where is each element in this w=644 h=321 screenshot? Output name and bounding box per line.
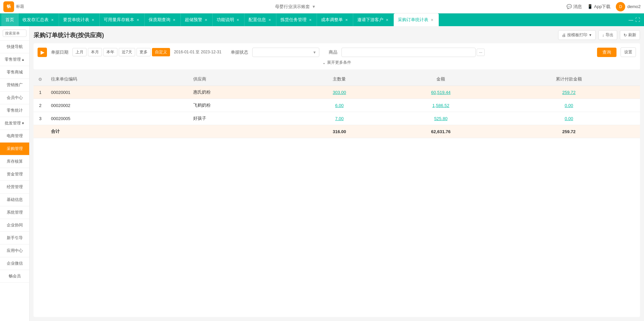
sidebar-item-label: 经营管理 bbox=[7, 184, 23, 190]
sidebar-item-ecommerce[interactable]: 电商管理 bbox=[0, 130, 29, 143]
data-table: ⚙ 往来单位编码 供应商 主数量 金额 累计付款金额 1 00020001 bbox=[34, 73, 640, 138]
tab-expiry-query[interactable]: 保质期查询 ✕ bbox=[145, 13, 181, 26]
tab-close-icon[interactable]: ✕ bbox=[91, 17, 95, 22]
nav-tabs: 首页 收发存汇总表 ✕ 要货单统计表 ✕ 可用量库存账本 ✕ 保质期查询 ✕ 超… bbox=[0, 13, 644, 26]
table-container: ⚙ 往来单位编码 供应商 主数量 金额 累计付款金额 1 00020001 bbox=[34, 73, 640, 317]
sidebar-item-finance[interactable]: 资金管理 bbox=[0, 168, 29, 181]
table-footer-row: 合计 316.00 62,631.76 259.72 bbox=[34, 125, 640, 138]
expand-more-row: ⌄ 展开更多条件 bbox=[38, 60, 636, 65]
tab-available-stock[interactable]: 可用量库存账本 ✕ bbox=[100, 13, 145, 26]
top-bar-right: 💬 消息 📱 App下载 D demo2 bbox=[567, 2, 641, 11]
tab-close-icon[interactable]: ✕ bbox=[235, 17, 240, 22]
filter-status-label: 单据状态 bbox=[231, 49, 248, 55]
filter-date-last-month[interactable]: 上月 bbox=[72, 48, 87, 56]
filter-date-label: 单据日期 bbox=[51, 49, 68, 55]
filter-date-7days[interactable]: 近7天 bbox=[119, 48, 135, 56]
sidebar-item-marketing[interactable]: 营销推广 bbox=[0, 79, 29, 92]
row-no: 1 bbox=[34, 86, 47, 99]
tab-home[interactable]: 首页 bbox=[1, 13, 18, 26]
sidebar-item-stock-check[interactable]: 库存核算 bbox=[0, 155, 29, 168]
expand-more-btn[interactable]: ⌄ 展开更多条件 bbox=[322, 60, 351, 65]
tab-close-icon[interactable]: ✕ bbox=[385, 17, 389, 22]
sidebar-item-shortcut-nav[interactable]: 快捷导航 bbox=[0, 41, 29, 53]
tab-close-icon[interactable]: ✕ bbox=[344, 17, 349, 22]
filter-status-select[interactable]: ▼ bbox=[252, 48, 319, 57]
footer-amount: 62,631.76 bbox=[384, 125, 498, 138]
row-no: 2 bbox=[34, 99, 47, 112]
sidebar-item-label: 会员中心 bbox=[7, 95, 23, 101]
table-body: 1 00020001 惠氏奶粉 303.00 60,519.44 259.72 … bbox=[34, 86, 640, 125]
workspace-dropdown-icon[interactable]: ▼ bbox=[312, 4, 316, 9]
row-qty: 303.00 bbox=[295, 86, 384, 99]
tab-invite-downstream[interactable]: 邀请下游客户 ✕ bbox=[353, 13, 394, 26]
sidebar-item-basic-info[interactable]: 基础信息 bbox=[0, 194, 29, 206]
filter-date-this-month[interactable]: 本月 bbox=[88, 48, 102, 56]
tab-label: 超储预警 bbox=[185, 17, 202, 23]
tab-label: 成本调整单 bbox=[321, 17, 343, 23]
col-supplier-header: 供应商 bbox=[189, 73, 295, 86]
sidebar-item-enterprise-wechat[interactable]: 企业微信 bbox=[0, 257, 29, 270]
tab-pick-task[interactable]: 拣货任务管理 ✕ bbox=[276, 13, 317, 26]
filter-expand-btn[interactable]: ▶ bbox=[38, 48, 47, 57]
export-button[interactable]: ↓ 导出 bbox=[598, 30, 617, 40]
tab-cost-adjust[interactable]: 成本调整单 ✕ bbox=[317, 13, 353, 26]
page-actions: 🖨 按模板打印 ▼ ↓ 导出 ↻ 刷新 bbox=[558, 30, 640, 40]
print-button[interactable]: 🖨 按模板打印 ▼ bbox=[558, 30, 596, 40]
workspace-selector[interactable]: 母婴行业演示账套 ▼ bbox=[275, 4, 316, 10]
tab-function-desc[interactable]: 功能说明 ✕ bbox=[213, 13, 245, 26]
row-qty: 7.00 bbox=[295, 112, 384, 125]
sidebar-item-retail-stats[interactable]: 零售统计 bbox=[0, 104, 29, 117]
table-row: 1 00020001 惠氏奶粉 303.00 60,519.44 259.72 bbox=[34, 86, 640, 99]
sidebar-item-new-guide[interactable]: 新手引导 bbox=[0, 232, 29, 245]
settings-icon[interactable]: ⚙ bbox=[38, 77, 42, 82]
tab-close-icon[interactable]: ✕ bbox=[50, 17, 55, 22]
tab-config-info[interactable]: 配置信息 ✕ bbox=[245, 13, 276, 26]
sidebar-item-label: 批发管理 bbox=[5, 120, 21, 126]
sidebar-item-app-center[interactable]: 应用中心 bbox=[0, 245, 29, 257]
tab-close-icon[interactable]: ✕ bbox=[430, 17, 434, 22]
app-download-btn[interactable]: 📱 App下载 bbox=[587, 4, 610, 10]
tab-purchase-stats[interactable]: 采购订单统计表 ✕ bbox=[394, 13, 439, 26]
sidebar-item-member-center[interactable]: 会员中心 bbox=[0, 92, 29, 104]
tab-close-icon[interactable]: ✕ bbox=[136, 17, 140, 22]
sidebar-item-retail-mgmt[interactable]: 零售管理 ▲ bbox=[0, 53, 29, 66]
search-input[interactable] bbox=[3, 30, 26, 37]
tab-maximize-icon[interactable]: ⛶ bbox=[635, 17, 640, 22]
filter-date-this-year[interactable]: 本年 bbox=[103, 48, 117, 56]
sidebar-item-enterprise-collab[interactable]: 企业协同 bbox=[0, 219, 29, 232]
sidebar-item-retail-shop[interactable]: 零售商城 bbox=[0, 66, 29, 79]
tab-close-icon[interactable]: ✕ bbox=[172, 17, 176, 22]
page-title: 采购订单统计表(按供应商) bbox=[34, 31, 104, 39]
username: demo2 bbox=[627, 4, 641, 9]
query-button[interactable]: 查询 bbox=[597, 48, 616, 57]
tab-close-icon[interactable]: ✕ bbox=[267, 17, 272, 22]
page-header: 采购订单统计表(按供应商) 🖨 按模板打印 ▼ ↓ 导出 ↻ 刷新 bbox=[34, 30, 640, 40]
user-avatar: D bbox=[616, 2, 625, 11]
row-paid-amount: 259.72 bbox=[498, 86, 640, 99]
print-dropdown-icon[interactable]: ▼ bbox=[589, 33, 592, 37]
filter-date-more[interactable]: 更多 bbox=[137, 48, 151, 56]
message-btn[interactable]: 💬 消息 bbox=[567, 4, 582, 10]
tab-close-icon[interactable]: ✕ bbox=[308, 17, 313, 22]
sidebar-item-system-mgmt[interactable]: 系统管理 bbox=[0, 206, 29, 219]
user-area[interactable]: D demo2 bbox=[616, 2, 641, 11]
sidebar-item-member-benefit[interactable]: 畅会员 bbox=[0, 270, 29, 283]
tab-label: 可用量库存账本 bbox=[104, 17, 134, 23]
tab-close-icon[interactable]: ✕ bbox=[204, 17, 208, 22]
tab-overstock-alert[interactable]: 超储预警 ✕ bbox=[181, 13, 213, 26]
col-qty-header: 主数量 bbox=[295, 73, 384, 86]
filter-goods-input[interactable] bbox=[341, 48, 476, 57]
sidebar-item-purchase-mgmt[interactable]: 采购管理 bbox=[0, 143, 29, 155]
filter-date-custom[interactable]: 自定义 bbox=[152, 48, 170, 56]
tab-goods-stats[interactable]: 要货单统计表 ✕ bbox=[59, 13, 100, 26]
tab-receive-summary[interactable]: 收发存汇总表 ✕ bbox=[18, 13, 59, 26]
tab-minimize-icon[interactable]: — bbox=[629, 17, 633, 22]
settings-button[interactable]: 设置 bbox=[621, 47, 636, 57]
filter-more-btn[interactable]: ··· bbox=[477, 49, 485, 56]
sidebar-item-wholesale-mgmt[interactable]: 批发管理 ▼ bbox=[0, 117, 29, 130]
refresh-button[interactable]: ↻ 刷新 bbox=[620, 30, 640, 40]
row-qty: 6.00 bbox=[295, 99, 384, 112]
sidebar-item-business-mgmt[interactable]: 经营管理 bbox=[0, 181, 29, 194]
sidebar-search[interactable] bbox=[0, 26, 29, 41]
sidebar-item-label: 畅会员 bbox=[9, 273, 21, 279]
